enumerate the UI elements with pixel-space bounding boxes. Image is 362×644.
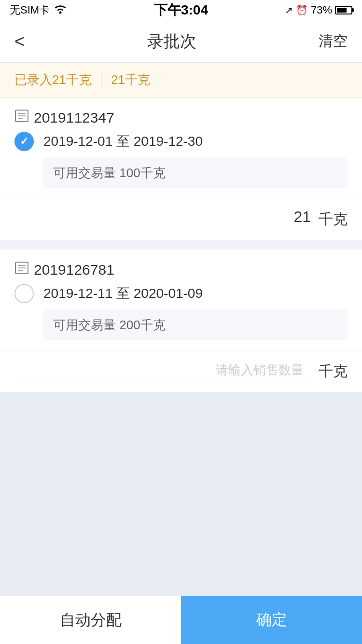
quantity-unit-2: 千克: [319, 362, 348, 381]
batch-id-2: 2019126781: [34, 262, 114, 278]
page-title: 录批次: [147, 30, 196, 53]
batch-date-1: 2019-12-01 至 2019-12-30: [43, 132, 203, 151]
quantity-input-border-2[interactable]: [14, 360, 311, 382]
batch-id-row-1: 2019112347: [14, 109, 348, 126]
section-separator-1: [0, 240, 362, 250]
quantity-input-2[interactable]: [214, 360, 311, 378]
batch-available-2: 可用交易量 200千克: [43, 310, 348, 340]
quantity-input-border-1: 21: [14, 208, 311, 230]
battery-percent: 73%: [311, 4, 332, 16]
quantity-unit-1: 千克: [319, 210, 348, 229]
wifi-icon: [54, 3, 67, 17]
quantity-row-2: 千克: [0, 350, 362, 392]
battery-icon: [335, 6, 352, 14]
batch-date-row-2[interactable]: 2019-12-11 至 2020-01-09: [14, 284, 348, 303]
batch-date-2: 2019-12-11 至 2020-01-09: [43, 284, 203, 303]
auto-distribute-button[interactable]: 自动分配: [0, 596, 181, 644]
status-time: 下午3:04: [154, 1, 208, 19]
recorded-label: 已录入21千克: [14, 71, 91, 88]
batch-item-1: 2019112347 2019-12-01 至 2019-12-30 可用交易量…: [0, 98, 362, 240]
status-bar: 无SIM卡 下午3:04 ↗ ⏰ 73%: [0, 0, 362, 20]
batch-radio-1[interactable]: [14, 132, 34, 151]
quantity-value-1: 21: [293, 208, 311, 226]
clear-button[interactable]: 清空: [319, 31, 348, 51]
batch-doc-icon-2: [14, 261, 29, 278]
batch-radio-2[interactable]: [14, 284, 34, 303]
svg-point-0: [59, 12, 62, 14]
summary-divider: [101, 73, 101, 87]
batch-doc-icon-1: [14, 109, 29, 126]
batch-date-row-1[interactable]: 2019-12-01 至 2019-12-30: [14, 132, 348, 151]
batch-id-row-2: 2019126781: [14, 261, 348, 278]
nav-bar: < 录批次 清空: [0, 20, 362, 63]
back-button[interactable]: <: [14, 31, 25, 52]
alarm-icon: ⏰: [296, 4, 308, 16]
status-carrier: 无SIM卡: [10, 3, 67, 17]
batch-id-1: 2019112347: [34, 110, 114, 126]
batch-item-2: 2019126781 2019-12-11 至 2020-01-09 可用交易量…: [0, 250, 362, 392]
total-label: 21千克: [111, 71, 150, 88]
empty-content-area: [0, 392, 362, 596]
confirm-button[interactable]: 确定: [181, 596, 362, 644]
carrier-text: 无SIM卡: [10, 3, 50, 17]
quantity-row-1: 21 千克: [0, 198, 362, 240]
batch-available-1: 可用交易量 100千克: [43, 158, 348, 188]
bottom-bar: 自动分配 确定: [0, 596, 362, 644]
location-icon: ↗: [285, 4, 293, 16]
summary-bar: 已录入21千克 21千克: [0, 63, 362, 98]
status-right: ↗ ⏰ 73%: [285, 4, 352, 16]
